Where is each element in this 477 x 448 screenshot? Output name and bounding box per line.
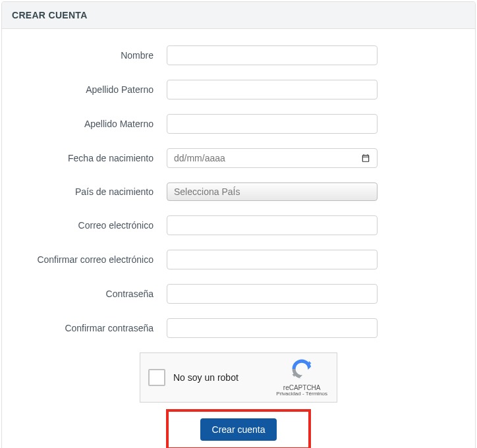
submit-row: Crear cuenta	[12, 409, 465, 448]
recaptcha-legal: Privacidad - Términos	[276, 391, 327, 397]
contrasena-input[interactable]	[167, 284, 378, 304]
nombre-input[interactable]	[167, 45, 378, 65]
correo-row: Correo electrónico	[12, 215, 465, 235]
create-account-panel: CREAR CUENTA Nombre Apellido Paterno Ape…	[1, 1, 476, 448]
pais-nacimiento-row: País de nacimiento Selecciona PaÍs	[12, 182, 465, 201]
apellido-materno-row: Apellido Materno	[12, 114, 465, 134]
recaptcha-text: No soy un robot	[173, 372, 238, 383]
recaptcha-checkbox[interactable]	[148, 369, 165, 386]
panel-title: CREAR CUENTA	[12, 10, 465, 20]
correo-input[interactable]	[167, 215, 378, 235]
pais-nacimiento-select[interactable]: Selecciona PaÍs	[167, 182, 378, 201]
contrasena-row: Contraseña	[12, 284, 465, 304]
apellido-paterno-row: Apellido Paterno	[12, 80, 465, 99]
contrasena-label: Contraseña	[12, 289, 167, 299]
confirmar-contrasena-label: Confirmar contraseña	[12, 323, 167, 333]
recaptcha-widget: No soy un robot reCAPTCHA Privacidad - T…	[140, 352, 337, 403]
recaptcha-badge: reCAPTCHA Privacidad - Términos	[276, 358, 329, 397]
select-placeholder: Selecciona PaÍs	[174, 186, 240, 197]
captcha-row: No soy un robot reCAPTCHA Privacidad - T…	[12, 352, 465, 403]
fecha-nacimiento-input[interactable]: dd/mm/aaaa	[167, 148, 378, 168]
calendar-icon	[361, 154, 370, 163]
submit-highlight: Crear cuenta	[166, 409, 312, 448]
apellido-paterno-input[interactable]	[167, 80, 378, 99]
fecha-nacimiento-row: Fecha de nacimiento dd/mm/aaaa	[12, 148, 465, 168]
create-account-button[interactable]: Crear cuenta	[200, 418, 277, 441]
fecha-nacimiento-label: Fecha de nacimiento	[12, 153, 167, 163]
recaptcha-icon	[291, 358, 313, 380]
correo-label: Correo electrónico	[12, 220, 167, 231]
apellido-materno-label: Apellido Materno	[12, 119, 167, 129]
nombre-row: Nombre	[12, 45, 465, 65]
date-placeholder: dd/mm/aaaa	[174, 153, 225, 163]
confirmar-contrasena-row: Confirmar contraseña	[12, 318, 465, 338]
panel-body: Nombre Apellido Paterno Apellido Materno…	[2, 29, 475, 448]
confirmar-correo-label: Confirmar correo electrónico	[12, 254, 167, 265]
apellido-materno-input[interactable]	[167, 114, 378, 134]
pais-nacimiento-label: País de nacimiento	[12, 186, 167, 197]
apellido-paterno-label: Apellido Paterno	[12, 84, 167, 95]
confirmar-correo-input[interactable]	[167, 250, 378, 269]
nombre-label: Nombre	[12, 50, 167, 61]
confirmar-correo-row: Confirmar correo electrónico	[12, 250, 465, 269]
confirmar-contrasena-input[interactable]	[167, 318, 378, 338]
panel-header: CREAR CUENTA	[2, 2, 475, 29]
